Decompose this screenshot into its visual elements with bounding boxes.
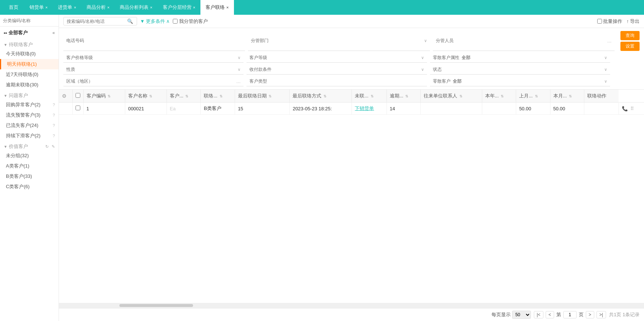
col-contact-person: 往来单位联系人 ⇅ [421, 90, 482, 103]
last-method-link[interactable]: 下销货单 [355, 106, 374, 111]
sidebar-item-week[interactable]: 近7天待联络(0) [0, 69, 59, 80]
sidebar-item-today[interactable]: 今天待联络(0) [0, 49, 59, 59]
sidebar-item-declining[interactable]: 持续下滑客户(2) ? [0, 131, 59, 141]
batch-action-btn[interactable]: 批量操作 [597, 18, 622, 25]
sidebar-all-customers[interactable]: ▪▪ 全部客户 « [0, 27, 59, 39]
more-conditions-btn[interactable]: ▼ 更多条件 ∧ [140, 18, 170, 25]
sort-icon-type[interactable]: ⇅ [185, 94, 188, 98]
chevron-up-icon: ∧ [166, 18, 170, 24]
chevron-down-icon4[interactable]: ∨ [604, 55, 607, 60]
filter-status: 状态 ∨ [430, 65, 610, 75]
chevron-down-icon[interactable]: ∨ [424, 38, 427, 43]
action-phone-icon[interactable]: 📞 [622, 106, 628, 111]
chevron-down-icon3[interactable]: ∨ [421, 55, 424, 60]
nav-analysis-list[interactable]: 商品分析列表 × [115, 0, 157, 15]
filter-scatter-attr: 零散客户属性 全部 ∨ [430, 53, 610, 63]
sort-icon-last-method[interactable]: ⇅ [323, 94, 326, 98]
filter-customer-level: 客户等级 ∨ [246, 53, 427, 63]
sort-icon-contacts[interactable]: ⇅ [220, 94, 223, 98]
sidebar-item-classC[interactable]: C类客户(6) [0, 182, 59, 192]
sidebar-item-churned[interactable]: 已流失客户(24) ? [0, 120, 59, 131]
nav-sales-close[interactable]: × [45, 5, 48, 10]
next-page-btn[interactable]: > [586, 311, 594, 318]
table-row: 1 000021 Ea B类客户 15 2023-05-23 18:25: 下销… [59, 103, 644, 115]
first-page-btn[interactable]: |< [534, 311, 543, 318]
help-icon2[interactable]: ? [53, 113, 55, 117]
filter-nature: 性质 ∨ [63, 65, 244, 75]
chevron-down-icon8[interactable]: ∨ [604, 79, 607, 84]
batch-check[interactable] [597, 19, 602, 24]
select-all-checkbox[interactable] [76, 93, 80, 98]
prev-page-btn[interactable]: < [546, 311, 554, 318]
my-customers-check[interactable] [173, 19, 178, 24]
sidebar-item-ungrouped[interactable]: 未分组(32) [0, 151, 59, 161]
col-code: 客户编码 ⇅ [83, 90, 125, 103]
dots-icon2[interactable]: … [236, 79, 241, 84]
per-page-select[interactable]: 50 100 200 [512, 311, 531, 319]
scroll-thumb[interactable] [119, 304, 193, 307]
nav-customer-contact[interactable]: 客户联络 × [200, 0, 234, 15]
nav-customer-layer-close[interactable]: × [193, 5, 195, 10]
nav-analysis[interactable]: 商品分析 × [81, 0, 115, 15]
chevron-down-icon6[interactable]: ∨ [421, 67, 424, 72]
filter-icon: ▼ [140, 18, 145, 24]
sidebar-item-tomorrow[interactable]: 明天待联络(1) [0, 59, 59, 69]
help-icon4[interactable]: ? [53, 134, 55, 138]
refresh-icon[interactable]: ↻ [45, 144, 49, 149]
sort-icon-last-month[interactable]: ⇅ [535, 94, 538, 98]
nav-purchase[interactable]: 进货单 × [53, 0, 81, 15]
query-button[interactable]: 查询 [620, 31, 640, 40]
export-btn[interactable]: ↑ 导出 [627, 18, 640, 25]
sort-icon-this-month[interactable]: ⇅ [569, 94, 572, 98]
export-icon: ↑ [627, 18, 629, 24]
sort-icon-not-contacted[interactable]: ⇅ [371, 94, 374, 98]
page-size-selector: 每页显示 50 100 200 [491, 311, 531, 319]
sidebar-group-value[interactable]: ▼ 价值客户 ↻ ✎ [0, 141, 59, 151]
content-area: 🔍 ▼ 更多条件 ∧ 我分管的客户 批量操作 ↑ 导出 [59, 15, 644, 321]
sidebar-item-overdue-contact[interactable]: 逾期未联络(30) [0, 80, 59, 90]
action-grid-icon[interactable]: ⠿ [630, 106, 634, 111]
settings-button[interactable]: 设置 [620, 42, 640, 51]
sidebar-search-input[interactable] [3, 18, 58, 23]
search-icon[interactable]: 🔍 [127, 18, 133, 24]
sidebar-item-churn-warning[interactable]: 流失预警客户(3) ? [0, 110, 59, 120]
filter-phone: 电话号码 [63, 31, 245, 51]
last-page-btn[interactable]: >| [596, 311, 606, 318]
col-type: 客户... ⇅ [167, 90, 200, 103]
sidebar-collapse-icon[interactable]: « [52, 30, 55, 35]
help-icon[interactable]: ? [53, 103, 55, 107]
col-name: 客户名称 ⇅ [125, 90, 167, 103]
sidebar-group-pending[interactable]: ▼ 待联络客户 [0, 39, 59, 49]
nav-analysis-close[interactable]: × [107, 5, 109, 10]
nav-analysis-list-close[interactable]: × [150, 5, 152, 10]
sidebar-item-classA[interactable]: A类客户(1) [0, 161, 59, 171]
sort-icon-name[interactable]: ⇅ [149, 94, 152, 98]
search-input[interactable] [67, 19, 126, 24]
sidebar-item-repurchase[interactable]: 回购异常客户(2) ? [0, 100, 59, 110]
sort-icon-overdue[interactable]: ⇅ [405, 94, 408, 98]
edit-icon[interactable]: ✎ [52, 144, 55, 149]
sort-icon-last-date[interactable]: ⇅ [269, 94, 272, 98]
nav-customer-contact-close[interactable]: × [226, 5, 228, 10]
gear-icon[interactable]: ⚙ [62, 93, 67, 99]
sort-icon-contact-person[interactable]: ⇅ [459, 94, 462, 98]
chevron-down-icon7[interactable]: ∨ [604, 67, 607, 72]
col-this-year: 本年... ⇅ [482, 90, 516, 103]
help-icon3[interactable]: ? [53, 123, 55, 128]
dots-icon[interactable]: … [607, 38, 612, 44]
my-customers-checkbox[interactable]: 我分管的客户 [173, 18, 208, 25]
nav-sales[interactable]: 销货单 × [24, 0, 53, 15]
page-input[interactable] [563, 311, 577, 318]
row-checkbox[interactable] [76, 106, 80, 110]
col-contacts: 联络... ⇅ [201, 90, 235, 103]
chevron-down-icon5[interactable]: ∨ [238, 67, 241, 72]
chevron-down-icon2[interactable]: ∨ [238, 55, 241, 60]
nav-home[interactable]: 首页 [3, 0, 24, 15]
sidebar-item-classB[interactable]: B类客户(33) [0, 171, 59, 182]
sidebar-group-problem[interactable]: ▼ 问题客户 [0, 90, 59, 100]
horizontal-scrollbar[interactable] [59, 303, 644, 308]
nav-customer-layer[interactable]: 客户分层经营 × [158, 0, 200, 15]
sort-icon-code[interactable]: ⇅ [108, 94, 111, 98]
sort-icon-this-year[interactable]: ⇅ [501, 94, 504, 98]
nav-purchase-close[interactable]: × [74, 5, 76, 10]
